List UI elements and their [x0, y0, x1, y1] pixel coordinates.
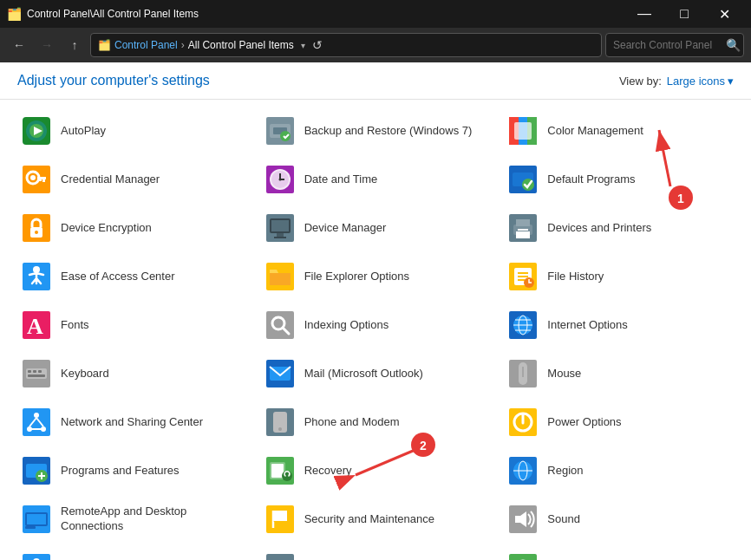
- control-item-region[interactable]: Region: [497, 446, 741, 495]
- control-item-default-programs[interactable]: Default Programs: [497, 155, 741, 204]
- svg-point-15: [30, 175, 36, 180]
- control-item-mail[interactable]: Mail (Microsoft Outlook): [254, 349, 498, 398]
- ease-access-label: Ease of Access Center: [61, 270, 175, 284]
- items-grid: AutoPlayBackup and Restore (Windows 7)Co…: [10, 107, 741, 560]
- svg-rect-33: [271, 220, 289, 231]
- control-item-file-explorer[interactable]: File Explorer Options: [254, 252, 498, 301]
- search-box[interactable]: 🔍: [605, 33, 744, 57]
- keyboard-label: Keyboard: [61, 367, 109, 381]
- control-item-credential[interactable]: Credential Manager: [10, 155, 254, 204]
- remoteapp-icon: [21, 504, 52, 535]
- back-button[interactable]: ←: [7, 33, 31, 57]
- minimize-button[interactable]: —: [624, 0, 664, 28]
- control-item-mouse[interactable]: Mouse: [497, 349, 741, 398]
- control-item-storage[interactable]: Storage Spaces: [254, 544, 498, 560]
- mail-icon: [264, 358, 296, 389]
- view-mode-label: Large icons: [667, 75, 725, 88]
- file-history-label: File History: [547, 270, 604, 284]
- search-icon: 🔍: [726, 38, 741, 52]
- sync-icon: [507, 552, 539, 560]
- default-programs-label: Default Programs: [547, 173, 635, 187]
- svg-rect-52: [266, 311, 294, 339]
- path-control-panel[interactable]: Control Panel: [114, 39, 178, 51]
- main-content: Adjust your computer's settings View by:…: [0, 62, 751, 560]
- svg-point-7: [280, 131, 291, 141]
- control-item-sound[interactable]: Sound: [497, 495, 741, 544]
- svg-rect-38: [516, 219, 530, 226]
- svg-point-92: [282, 471, 292, 481]
- ease-access-icon: [21, 261, 52, 292]
- programs-label: Programs and Features: [61, 464, 180, 479]
- window-title: Control Panel\All Control Panel Items: [27, 8, 199, 20]
- control-item-phone-modem[interactable]: Phone and Modem: [254, 398, 498, 446]
- page-title: Adjust your computer's settings: [17, 73, 210, 88]
- svg-rect-114: [509, 554, 537, 560]
- search-input[interactable]: [613, 39, 726, 51]
- svg-rect-100: [25, 526, 36, 529]
- svg-rect-39: [516, 231, 530, 238]
- control-item-internet-options[interactable]: Internet Options: [497, 301, 741, 349]
- credential-icon: [21, 164, 52, 195]
- internet-options-label: Internet Options: [547, 318, 628, 333]
- control-item-speech[interactable]: Speech Recognition: [10, 544, 254, 560]
- control-item-programs[interactable]: Programs and Features: [10, 446, 254, 495]
- svg-rect-65: [38, 370, 42, 373]
- address-box[interactable]: 🗂️ Control Panel › All Control Panel Ite…: [90, 33, 602, 57]
- svg-rect-18: [39, 177, 42, 181]
- recovery-label: Recovery: [304, 464, 352, 479]
- svg-rect-34: [277, 233, 284, 237]
- devices-printers-icon: [507, 212, 539, 244]
- autoplay-icon: [21, 115, 52, 147]
- svg-rect-71: [23, 408, 50, 436]
- device-manager-label: Device Manager: [304, 221, 387, 236]
- date-time-icon: [264, 164, 296, 195]
- path-all-items: All Control Panel Items: [188, 39, 294, 51]
- view-mode-button[interactable]: Large icons ▾: [667, 75, 734, 88]
- address-dropdown-arrow[interactable]: ▾: [301, 41, 305, 50]
- security-icon: [264, 504, 296, 535]
- refresh-button[interactable]: ↺: [312, 38, 323, 52]
- backup-label: Backup and Restore (Windows 7): [304, 124, 473, 139]
- control-item-devices-printers[interactable]: Devices and Printers: [497, 204, 741, 252]
- control-item-file-history[interactable]: File History: [497, 252, 741, 301]
- control-item-autoplay[interactable]: AutoPlay: [10, 107, 254, 155]
- sound-icon: [507, 504, 539, 535]
- device-encryption-label: Device Encryption: [61, 221, 152, 236]
- control-item-sync[interactable]: Sync Center: [497, 544, 741, 560]
- control-item-date-time[interactable]: Date and Time: [254, 155, 498, 204]
- control-item-power[interactable]: Power Options: [497, 398, 741, 446]
- control-item-device-manager[interactable]: Device Manager: [254, 204, 498, 252]
- address-path: Control Panel › All Control Panel Items: [114, 39, 294, 51]
- close-button[interactable]: ✕: [704, 0, 744, 28]
- file-history-icon: [507, 261, 539, 292]
- control-item-recovery[interactable]: Recovery: [254, 446, 498, 495]
- control-item-indexing[interactable]: Indexing Options: [254, 301, 498, 349]
- control-item-color-mgmt[interactable]: Color Management: [497, 107, 741, 155]
- credential-label: Credential Manager: [61, 173, 160, 187]
- color-mgmt-icon: [507, 115, 539, 147]
- device-encryption-icon: [21, 212, 52, 244]
- power-label: Power Options: [547, 415, 621, 430]
- control-item-remoteapp[interactable]: RemoteApp and Desktop Connections: [10, 495, 254, 544]
- control-item-keyboard[interactable]: Keyboard: [10, 349, 254, 398]
- control-item-security[interactable]: Security and Maintenance: [254, 495, 498, 544]
- network-icon: [21, 407, 52, 438]
- keyboard-icon: [21, 358, 52, 389]
- control-item-device-encryption[interactable]: Device Encryption: [10, 204, 254, 252]
- up-button[interactable]: ↑: [62, 33, 87, 57]
- maximize-button[interactable]: □: [664, 0, 704, 28]
- backup-icon: [264, 115, 296, 147]
- control-item-network[interactable]: Network and Sharing Center: [10, 398, 254, 446]
- svg-rect-62: [26, 368, 47, 379]
- forward-button[interactable]: →: [35, 33, 59, 57]
- autoplay-label: AutoPlay: [61, 124, 106, 139]
- svg-point-30: [35, 231, 38, 234]
- settings-header: Adjust your computer's settings View by:…: [0, 62, 751, 100]
- file-explorer-label: File Explorer Options: [304, 270, 409, 284]
- control-item-ease-access[interactable]: Ease of Access Center: [10, 252, 254, 301]
- svg-point-24: [278, 179, 281, 181]
- control-item-backup[interactable]: Backup and Restore (Windows 7): [254, 107, 498, 155]
- network-label: Network and Sharing Center: [61, 415, 203, 430]
- indexing-icon: [264, 309, 296, 341]
- control-item-fonts[interactable]: AFonts: [10, 301, 254, 349]
